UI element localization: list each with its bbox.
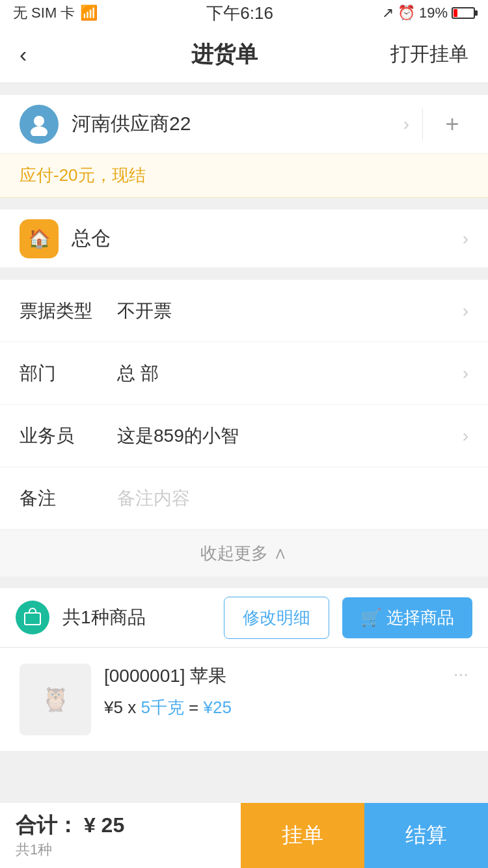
department-value: 总 部 bbox=[104, 361, 463, 386]
vertical-divider bbox=[422, 108, 423, 141]
invoice-chevron-icon: › bbox=[463, 301, 468, 321]
bottom-bar: 合计： ¥ 25 共1种 挂单 结算 bbox=[0, 803, 488, 868]
add-supplier-button[interactable]: + bbox=[436, 111, 468, 138]
department-row[interactable]: 部门 总 部 › bbox=[0, 342, 488, 405]
invoice-type-value: 不开票 bbox=[104, 299, 463, 323]
product-card: 🦉 [0000001] 苹果 ¥5 x 5千克 = ¥25 ··· bbox=[0, 648, 488, 751]
product-info: [0000001] 苹果 ¥5 x 5千克 = ¥25 bbox=[104, 664, 441, 719]
total-value: ¥ 25 bbox=[84, 813, 124, 837]
status-right: ↗ ⏰ 19% bbox=[382, 5, 475, 21]
remark-label: 备注 bbox=[20, 486, 104, 511]
wifi-icon: 📶 bbox=[80, 5, 98, 21]
product-price: ¥5 x 5千克 = ¥25 bbox=[104, 696, 441, 719]
select-icon: 🛒 bbox=[360, 608, 381, 628]
person-icon bbox=[27, 113, 51, 136]
location-icon: ↗ bbox=[382, 5, 394, 21]
product-title: 苹果 bbox=[190, 666, 226, 686]
salesperson-chevron-icon: › bbox=[463, 426, 468, 446]
gap-4 bbox=[0, 576, 488, 588]
collapse-button[interactable]: 收起更多 ∧ bbox=[0, 530, 488, 576]
products-count: 共1种商品 bbox=[62, 605, 211, 630]
open-suspend-button[interactable]: 打开挂单 bbox=[390, 41, 468, 68]
products-header: 共1种商品 修改明细 🛒 选择商品 bbox=[0, 588, 488, 647]
select-product-button[interactable]: 🛒 选择商品 bbox=[342, 597, 472, 638]
checkout-button[interactable]: 结算 bbox=[364, 803, 488, 868]
time-label: 下午6:16 bbox=[206, 2, 273, 25]
supplier-name: 河南供应商22 bbox=[72, 111, 403, 137]
alarm-icon: ⏰ bbox=[398, 5, 415, 21]
back-button[interactable]: ‹ bbox=[20, 42, 59, 67]
invoice-type-label: 票据类型 bbox=[20, 299, 104, 323]
product-thumbnail: 🦉 bbox=[20, 664, 91, 735]
battery-icon bbox=[452, 7, 475, 19]
total-count: 共1种 bbox=[16, 840, 225, 860]
gap-3 bbox=[0, 268, 488, 280]
total-amount: 合计： ¥ 25 bbox=[16, 811, 225, 840]
total-section: 合计： ¥ 25 共1种 bbox=[0, 811, 241, 860]
price-eq: = bbox=[189, 698, 203, 717]
supplier-avatar bbox=[20, 105, 59, 144]
product-more-button[interactable]: ··· bbox=[454, 664, 468, 685]
product-name: [0000001] 苹果 bbox=[104, 664, 441, 688]
edit-detail-button[interactable]: 修改明细 bbox=[224, 597, 329, 639]
select-label: 选择商品 bbox=[386, 606, 454, 629]
salesperson-row[interactable]: 业务员 这是859的小智 › bbox=[0, 405, 488, 467]
battery-percent: 19% bbox=[419, 5, 448, 21]
owl-icon: 🦉 bbox=[41, 686, 70, 713]
chevron-right-icon: › bbox=[403, 114, 409, 135]
price-qty: 5千克 bbox=[141, 698, 183, 717]
price-total: ¥25 bbox=[204, 698, 232, 717]
product-id: [0000001] bbox=[104, 666, 190, 686]
cart-icon bbox=[23, 608, 42, 627]
warehouse-row[interactable]: 🏠 总仓 › bbox=[0, 210, 488, 268]
svg-point-1 bbox=[31, 126, 47, 136]
form-section: 票据类型 不开票 › 部门 总 部 › 业务员 这是859的小智 › 备注 备注… bbox=[0, 280, 488, 530]
status-left: 无 SIM 卡 📶 bbox=[13, 3, 98, 23]
department-label: 部门 bbox=[20, 361, 104, 386]
warehouse-icon-wrap: 🏠 bbox=[20, 219, 59, 258]
house-icon: 🏠 bbox=[28, 228, 51, 249]
collapse-label: 收起更多 ∧ bbox=[200, 542, 287, 565]
nav-bar: ‹ 进货单 打开挂单 bbox=[0, 26, 488, 83]
salesperson-value: 这是859的小智 bbox=[104, 424, 463, 448]
page-title: 进货单 bbox=[191, 40, 258, 70]
svg-point-0 bbox=[34, 116, 44, 126]
price-unit: ¥5 x bbox=[104, 698, 141, 717]
supplier-notice: 应付-20元，现结 bbox=[0, 154, 488, 198]
remark-input[interactable]: 备注内容 bbox=[104, 486, 468, 511]
gap-2 bbox=[0, 198, 488, 210]
supplier-section: 河南供应商22 › + 应付-20元，现结 bbox=[0, 95, 488, 198]
status-bar: 无 SIM 卡 📶 下午6:16 ↗ ⏰ 19% bbox=[0, 0, 488, 26]
supplier-row[interactable]: 河南供应商22 › + bbox=[0, 95, 488, 154]
products-icon bbox=[16, 601, 49, 634]
total-label: 合计： bbox=[16, 813, 78, 837]
svg-rect-2 bbox=[25, 613, 40, 625]
suspend-button[interactable]: 挂单 bbox=[241, 803, 364, 868]
warehouse-name: 总仓 bbox=[72, 225, 463, 252]
salesperson-label: 业务员 bbox=[20, 424, 104, 448]
invoice-type-row[interactable]: 票据类型 不开票 › bbox=[0, 280, 488, 342]
carrier-label: 无 SIM 卡 bbox=[13, 3, 75, 23]
remark-row[interactable]: 备注 备注内容 bbox=[0, 467, 488, 530]
department-chevron-icon: › bbox=[463, 363, 468, 384]
warehouse-chevron-icon: › bbox=[463, 228, 468, 249]
gap-1 bbox=[0, 83, 488, 95]
warehouse-section: 🏠 总仓 › bbox=[0, 210, 488, 268]
